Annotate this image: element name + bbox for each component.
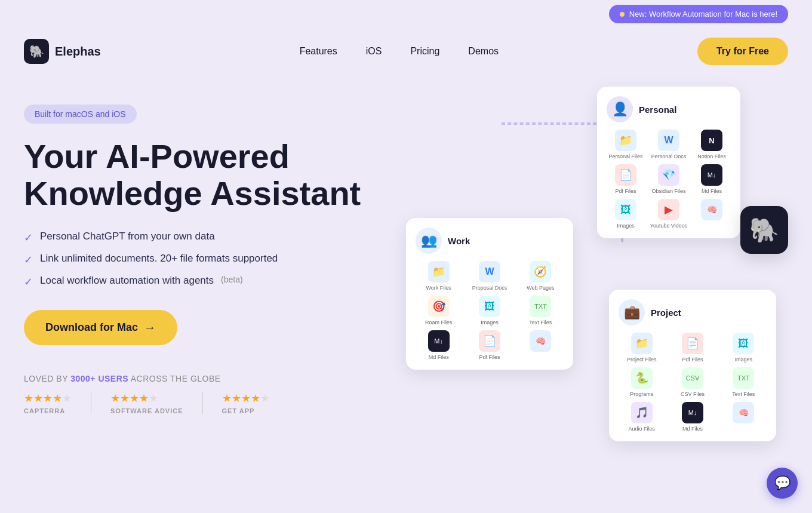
hero-left: Built for macOS and iOS Your AI-Powered … [24,87,406,414]
file-item: 🎯Roam Files [416,296,462,325]
capterra-stars: ★★★★★ [24,392,72,405]
file-label: Work Files [426,285,451,291]
feature-2: ✓ Link unlimited documents. 20+ file for… [24,253,406,266]
file-label: Audio Files [628,426,655,432]
file-label: Notion Files [697,153,726,159]
file-label: Programs [630,391,653,397]
announcement-dot [620,12,625,17]
work-file-grid: 📁Work Files WProposal Docs 🧭Web Pages 🎯R… [416,261,564,360]
hero-section: Built for macOS and iOS Your AI-Powered … [0,75,812,463]
feature-3-text: Local workflow automation with agents [40,275,214,287]
file-icon: TXT [733,367,754,389]
arrow-icon: → [144,321,156,334]
logo-text: Elephas [55,45,101,59]
file-label: Pdf Files [615,188,636,194]
file-icon: 🖼 [615,199,636,220]
hero-features: ✓ Personal ChatGPT from your own data ✓ … [24,231,406,288]
loved-by-text: LOVED BY 3000+ USERS ACROSS THE GLOBE [24,374,406,383]
file-label: Images [481,320,499,325]
announcement-pill[interactable]: New: Workflow Automation for Mac is here… [609,5,788,23]
card-personal: 👤 Personal 📁Personal Files WPersonal Doc… [597,87,740,238]
rating-capterra: ★★★★★ CAPTERRA [24,392,91,414]
check-icon-3: ✓ [24,275,33,288]
file-item: 🖼Images [607,199,645,229]
file-item: TXTText Files [518,296,564,325]
file-label: Text Files [732,391,755,397]
file-item: 🧠 [721,402,767,432]
file-icon: TXT [530,296,551,317]
personal-card-header: 👤 Personal [607,96,731,122]
get-app-label: GET APP [222,407,255,414]
file-item: 📁Personal Files [607,130,645,159]
file-icon: 🧭 [530,261,551,282]
file-icon: W [658,130,679,151]
work-card-title: Work [448,236,470,246]
file-icon: 🧠 [733,402,754,423]
file-item: 🧭Web Pages [518,261,564,291]
file-label: Roam Files [425,320,453,325]
file-item: 📄Pdf Files [466,330,512,360]
file-item: M↓Md Files [693,164,731,194]
nav-ios[interactable]: iOS [366,46,382,57]
logo-icon: 🐘 [24,39,49,64]
nav-pricing[interactable]: Pricing [410,46,439,57]
file-item: 📄Pdf Files [607,164,645,194]
personal-file-grid: 📁Personal Files WPersonal Docs NNotion F… [607,130,731,229]
file-icon: 📁 [428,261,450,282]
navbar: 🐘 Elephas Features iOS Pricing Demos Try… [0,28,812,75]
check-icon-1: ✓ [24,231,33,244]
work-avatar: 👥 [416,228,442,254]
beta-tag: (beta) [221,275,243,284]
file-item: M↓Md Files [416,330,462,360]
try-for-free-button[interactable]: Try for Free [697,38,788,65]
file-label: Md Files [702,188,722,194]
feature-1-text: Personal ChatGPT from your own data [40,231,215,242]
file-icon: 🧠 [530,330,551,352]
file-item: 📁Project Files [619,333,665,363]
file-item: 🐍Programs [619,367,665,397]
personal-card-title: Personal [639,105,676,115]
file-item: CSVCSV Files [669,367,715,397]
file-item: 🧠 [518,330,564,360]
file-label: Personal Docs [651,153,687,159]
file-label: Web Pages [527,285,554,291]
file-label: Personal Files [608,153,642,159]
file-item: ▶Youtube Videos [650,199,688,229]
file-icon: M↓ [682,402,703,423]
file-item: 🎵Audio Files [619,402,665,432]
file-label: Md Files [429,354,449,360]
built-badge: Built for macOS and iOS [24,105,137,124]
project-card-header: 💼 Project [619,299,767,325]
file-item: TXTText Files [721,367,767,397]
loved-suffix: ACROSS THE GLOBE [128,374,221,383]
file-item: NNotion Files [693,130,731,159]
hero-title-line2: Knowledge Assistant [24,174,361,212]
file-label: Youtube Videos [650,223,688,229]
chat-button[interactable]: 💬 [767,468,798,499]
file-icon: 🎯 [428,296,450,317]
download-for-mac-button[interactable]: Download for Mac → [24,310,177,345]
file-label: Images [617,223,635,229]
file-label: Obsidian Files [651,188,685,194]
work-card-header: 👥 Work [416,228,564,254]
project-avatar: 💼 [619,299,645,325]
nav-demos[interactable]: Demos [468,46,499,57]
download-btn-label: Download for Mac [45,321,138,334]
ratings-row: ★★★★★ CAPTERRA ★★★★★ SOFTWARE ADVICE ★★★… [24,392,406,414]
file-icon: 📄 [479,330,500,352]
file-label: Pdf Files [682,357,703,363]
file-item: 💎Obsidian Files [650,164,688,194]
file-icon: CSV [682,367,703,389]
get-app-stars: ★★★★★ [222,392,270,405]
file-label: CSV Files [681,391,705,397]
project-file-grid: 📁Project Files 📄Pdf Files 🖼Images 🐍Progr… [619,333,767,432]
nav-features[interactable]: Features [300,46,337,57]
file-icon: 🖼 [733,333,754,354]
software-advice-label: SOFTWARE ADVICE [110,407,183,414]
file-icon: ▶ [658,199,679,220]
check-icon-2: ✓ [24,253,33,266]
hero-title-line1: Your AI-Powered [24,137,290,175]
feature-1: ✓ Personal ChatGPT from your own data [24,231,406,244]
social-proof: LOVED BY 3000+ USERS ACROSS THE GLOBE ★★… [24,374,406,414]
file-icon: M↓ [428,330,450,352]
